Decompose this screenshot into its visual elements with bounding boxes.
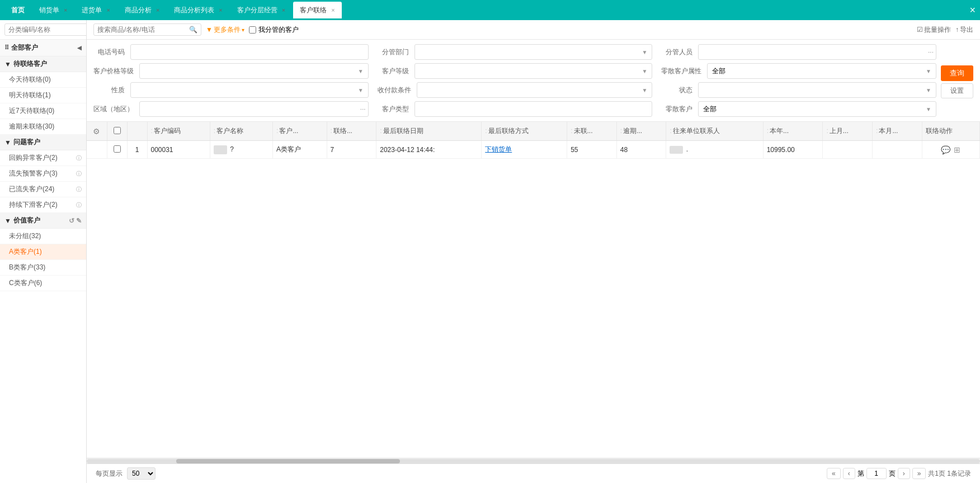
table-header-row: ⚙ :客户编码 :客户名称 :客户... :联络... :最后联络日期 :最后联… (87, 122, 980, 141)
person-select[interactable]: ··· (698, 44, 936, 60)
nav-tab-home[interactable]: 首页 (4, 2, 31, 18)
edit-icon[interactable]: ✎ (76, 217, 82, 225)
col-unit-contact[interactable]: :往来单位联系人 (666, 122, 763, 141)
search-input[interactable] (97, 26, 187, 34)
nature-label: 性质 (93, 86, 127, 95)
export-btn[interactable]: ↑ 导出 (955, 25, 973, 35)
nav-tab-goods-list[interactable]: 商品分析列表 × (167, 2, 229, 18)
sparse-label: 零散客户 (661, 105, 695, 114)
query-button[interactable]: 查询 (941, 65, 973, 81)
qr-icon[interactable]: ⊞ (954, 145, 960, 154)
filter-price-level: 客户价格等级 ▼ (93, 63, 369, 79)
sparse-select[interactable]: 全部 ▼ (698, 101, 936, 117)
sidebar-item-class-c[interactable]: C类客户(6) (0, 276, 86, 291)
nav-tab-customer-contact[interactable]: 客户联络 × (293, 2, 341, 18)
dept-arrow: ▼ (642, 49, 647, 55)
sidebar-item-repurchase-abnormal[interactable]: 回购异常客户(2) ⓘ (0, 150, 86, 166)
sidebar-item-churned[interactable]: 已流失客户(24) ⓘ (0, 182, 86, 197)
close-all-tabs[interactable]: × (969, 4, 976, 16)
message-icon[interactable]: 💬 (941, 145, 950, 154)
sidebar-item-churn-warning[interactable]: 流失预警客户(3) ⓘ (0, 166, 86, 182)
phone-label: 电话号码 (93, 48, 127, 57)
refresh-icon[interactable]: ↺ (69, 217, 74, 225)
sidebar-item-overdue[interactable]: 逾期未联络(30) (0, 119, 86, 135)
status-select[interactable]: ▼ (698, 82, 936, 98)
last-page-btn[interactable]: » (912, 468, 926, 479)
sidebar-item-7days[interactable]: 近7天待联络(0) (0, 103, 86, 119)
col-last-method[interactable]: :最后联络方式 (482, 122, 567, 141)
close-goods-list-tab[interactable]: × (219, 7, 222, 13)
sidebar-item-tomorrow[interactable]: 明天待联络(1) (0, 88, 86, 103)
nav-tab-customer-layer[interactable]: 客户分层经营 × (230, 2, 292, 18)
close-customer-contact-tab[interactable]: × (331, 7, 334, 13)
row-checkbox[interactable] (107, 141, 127, 159)
nature-select[interactable]: ▼ (130, 82, 369, 98)
col-overdue[interactable]: :逾期... (616, 122, 666, 141)
last-method-link[interactable]: 下销货单 (485, 145, 512, 153)
region-select[interactable]: ··· (139, 101, 369, 117)
sidebar-item-today[interactable]: 今天待联络(0) (0, 72, 86, 88)
close-customer-layer-tab[interactable]: × (282, 7, 285, 13)
horizontal-scrollbar[interactable] (87, 458, 980, 463)
select-all-checkbox[interactable] (114, 127, 121, 134)
first-page-btn[interactable]: « (827, 468, 841, 479)
more-conditions-btn[interactable]: ▼ 更多条件 ▾ (206, 25, 244, 35)
problem-section-header[interactable]: ▼ 问题客户 (0, 135, 86, 150)
row-last-method[interactable]: 下销货单 (482, 141, 567, 159)
cust-type-input[interactable] (414, 101, 653, 117)
settings-button[interactable]: 设置 (941, 83, 973, 98)
sidebar-item-unclassified[interactable]: 未分组(32) (0, 229, 86, 244)
col-this-month[interactable]: :本月... (873, 122, 922, 141)
next-page-btn[interactable]: › (898, 468, 910, 479)
close-sales-tab[interactable]: × (64, 7, 67, 13)
prev-page-btn[interactable]: ‹ (843, 468, 855, 479)
sidebar-item-class-b[interactable]: B类客户(33) (0, 260, 86, 276)
col-type[interactable]: :客户... (273, 122, 327, 141)
page-size-select[interactable]: 50 100 200 (127, 467, 156, 480)
filter-dept: 分管部门 ▼ (378, 44, 653, 60)
nav-tab-goods-analysis[interactable]: 商品分析 × (118, 2, 166, 18)
cust-type-label: 客户类型 (378, 105, 411, 114)
filter-icon: ▼ (206, 26, 213, 34)
all-customers-header[interactable]: ⠿ 全部客户 ◀ (0, 40, 86, 56)
col-checkbox[interactable] (107, 122, 127, 141)
filter-nature: 性质 ▼ (93, 82, 369, 98)
content-area: 🔍 ▼ 更多条件 ▾ 我分管的客户 ☑ 批量操作 ↑ 导出 (87, 20, 980, 483)
col-last-date[interactable]: :最后联络日期 (376, 122, 482, 141)
cust-level-select[interactable]: ▼ (414, 63, 653, 79)
nav-tab-sales[interactable]: 销货单 × (32, 2, 74, 18)
sidebar-item-class-a[interactable]: A类客户(1) (0, 244, 86, 260)
sidebar-search-input[interactable] (4, 23, 87, 36)
my-customers-check[interactable] (249, 26, 256, 34)
nav-tab-purchase[interactable]: 进货单 × (75, 2, 116, 18)
dept-select[interactable]: ▼ (414, 44, 653, 60)
info-icon-4: ⓘ (76, 201, 82, 209)
sidebar-item-declining[interactable]: 持续下滑客户(2) ⓘ (0, 197, 86, 213)
col-contact[interactable]: :联络... (327, 122, 376, 141)
pending-section-header[interactable]: ▼ 待联络客户 (0, 56, 86, 72)
value-section-header[interactable]: ▼ 价值客户 ↺ ✎ (0, 213, 86, 229)
row-code[interactable]: 000031 (147, 141, 210, 159)
sparse-attr-select[interactable]: 全部 ▼ (707, 63, 936, 79)
col-no-contact[interactable]: :未联... (567, 122, 617, 141)
gear-icon[interactable]: ⚙ (93, 127, 100, 136)
row-check[interactable] (114, 145, 121, 153)
close-purchase-tab[interactable]: × (106, 7, 110, 13)
payment-select[interactable]: ▼ (417, 82, 653, 98)
col-gear[interactable]: ⚙ (87, 122, 107, 141)
scrollbar-thumb[interactable] (176, 459, 400, 463)
batch-op-btn[interactable]: ☑ 批量操作 (917, 25, 951, 35)
search-icon[interactable]: 🔍 (189, 26, 197, 34)
phone-input[interactable] (130, 44, 369, 60)
table-row: 1 000031 ? A类客户 7 2023-04-12 14:44: 下销货单… (87, 141, 980, 159)
filter-status: 状态 ▼ (661, 82, 936, 98)
my-customers-checkbox[interactable]: 我分管的客户 (249, 25, 299, 35)
close-goods-analysis-tab[interactable]: × (156, 7, 159, 13)
page-number-input[interactable] (866, 468, 887, 479)
price-level-select[interactable]: ▼ (139, 63, 369, 79)
col-year-amount[interactable]: :本年... (763, 122, 823, 141)
row-last-month (823, 141, 873, 159)
col-code[interactable]: :客户编码 (147, 122, 210, 141)
col-name[interactable]: :客户名称 (210, 122, 272, 141)
col-last-month[interactable]: :上月... (823, 122, 873, 141)
